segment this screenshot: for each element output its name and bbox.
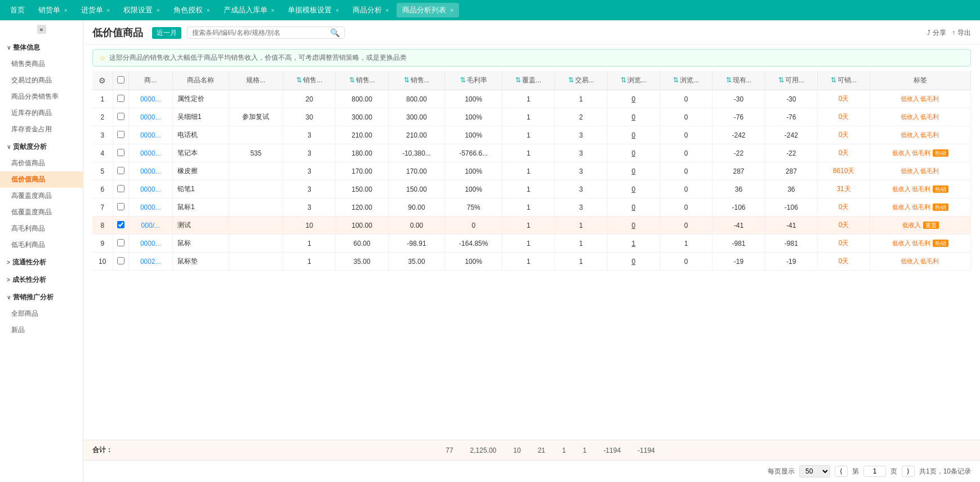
browse-count1[interactable]: 0 (607, 198, 660, 216)
row-checkbox[interactable] (113, 108, 128, 126)
search-input[interactable] (192, 29, 330, 37)
nav-item-首页[interactable]: 首页 (5, 3, 30, 17)
browse-count1[interactable]: 0 (607, 108, 660, 126)
browse-count1[interactable]: 0 (607, 216, 660, 235)
row-checkbox[interactable] (113, 198, 128, 216)
share-button[interactable]: ⤴ 分享 (927, 28, 946, 38)
nav-close-icon[interactable]: × (105, 7, 110, 14)
column-header-11[interactable]: ⇅浏览... (607, 71, 660, 90)
sidebar-item-高价值商品[interactable]: 高价值商品 (0, 155, 83, 171)
gear-icon[interactable]: ⚙ (99, 76, 106, 85)
product-name: 铅笔1 (173, 180, 229, 198)
sidebar-group-整体信息[interactable]: ∨整体信息 (0, 38, 83, 56)
collapse-btn[interactable]: « (37, 25, 46, 34)
nav-item-产成品入库单[interactable]: 产成品入库单 × (218, 3, 280, 17)
row-num: 6 (92, 180, 113, 198)
column-header-16[interactable]: 标签 (870, 71, 971, 90)
nav-close-icon[interactable]: × (205, 7, 210, 14)
page-first-btn[interactable]: ⟨ (835, 466, 848, 477)
nav-item-商品分析列表[interactable]: 商品分析列表 × (397, 3, 459, 17)
column-header-4[interactable]: 规格... (229, 71, 283, 90)
browse-count1[interactable]: 0 (607, 162, 660, 180)
stock-days: 0天 (817, 126, 870, 144)
select-all-checkbox[interactable] (117, 76, 124, 83)
nav-item-商品分析[interactable]: 商品分析 × (347, 3, 395, 17)
sidebar-group-成长性分析[interactable]: >成长性分析 (0, 271, 83, 288)
tag-label: 低毛利 (920, 167, 939, 174)
browse-count1[interactable]: 0 (607, 126, 660, 144)
trade-count: 3 (555, 144, 607, 162)
sidebar-group-贡献度分析[interactable]: ∨贡献度分析 (0, 138, 83, 155)
row-checkbox[interactable] (113, 144, 128, 162)
column-header-0[interactable]: ⚙ (92, 71, 113, 90)
product-name: 笔记本 (173, 144, 229, 162)
row-checkbox[interactable] (113, 90, 128, 108)
trade-count: 1 (555, 216, 607, 235)
nav-close-icon[interactable]: × (448, 7, 453, 14)
column-header-15[interactable]: ⇅可销... (817, 71, 870, 90)
tag-button[interactable]: 近一月 (152, 27, 181, 39)
column-header-8[interactable]: ⇅毛利率 (445, 71, 502, 90)
column-header-14[interactable]: ⇅可用... (765, 71, 817, 90)
row-checkbox[interactable] (113, 180, 128, 198)
column-header-13[interactable]: ⇅现有... (712, 71, 765, 90)
browse-count1[interactable]: 0 (607, 253, 660, 271)
export-button[interactable]: ↑ 导出 (952, 28, 971, 38)
column-header-6[interactable]: ⇅销售... (336, 71, 388, 90)
sidebar-item-低价值商品[interactable]: 低价值商品 (0, 171, 83, 188)
coverage: 1 (502, 198, 555, 216)
row-checkbox[interactable] (113, 235, 128, 253)
nav-close-icon[interactable]: × (384, 7, 389, 14)
nav-close-icon[interactable]: × (334, 7, 339, 14)
nav-item-单据模板设置[interactable]: 单据模板设置 × (282, 3, 345, 17)
notice-text: 这部分商品的销售收入大幅低于商品平均销售收入，价值不高，可考虑调整营销策略，或是… (109, 53, 407, 63)
column-header-12[interactable]: ⇅浏览... (660, 71, 712, 90)
row-checkbox[interactable] (113, 216, 128, 235)
sidebar-item-高毛利商品[interactable]: 高毛利商品 (0, 220, 83, 237)
sidebar-group-营销推广分析[interactable]: ∨营销推广分析 (0, 288, 83, 306)
nav-close-icon[interactable]: × (155, 7, 160, 14)
row-checkbox[interactable] (113, 126, 128, 144)
column-header-2[interactable]: 商... (128, 71, 173, 90)
browse-count1[interactable]: 0 (607, 144, 660, 162)
browse-count1[interactable]: 0 (607, 90, 660, 108)
page-number-input[interactable] (863, 466, 886, 477)
sidebar-item-低覆盖度商品[interactable]: 低覆盖度商品 (0, 204, 83, 220)
browse-count1[interactable]: 1 (607, 235, 660, 253)
sidebar-item-交易过的商品[interactable]: 交易过的商品 (0, 72, 83, 89)
nav-close-icon[interactable]: × (63, 7, 68, 14)
row-checkbox[interactable] (113, 162, 128, 180)
nav-item-角色授权[interactable]: 角色授权 × (168, 3, 216, 17)
row-num: 1 (92, 90, 113, 108)
sidebar-item-销售类商品[interactable]: 销售类商品 (0, 56, 83, 72)
column-header-7[interactable]: ⇅销售... (388, 71, 445, 90)
column-header-9[interactable]: ⇅覆盖... (502, 71, 555, 90)
sidebar-item-库存资金占用[interactable]: 库存资金占用 (0, 121, 83, 138)
row-checkbox[interactable] (113, 253, 128, 271)
page-next-btn[interactable]: ⟩ (902, 466, 915, 477)
notice-bar: ☆ 这部分商品的销售收入大幅低于商品平均销售收入，价值不高，可考虑调整营销策略，… (92, 49, 971, 67)
sidebar-item-高覆盖度商品[interactable]: 高覆盖度商品 (0, 188, 83, 204)
sidebar-item-商品分类销售率[interactable]: 商品分类销售率 (0, 89, 83, 105)
product-tags: 低收入低毛利 (870, 253, 971, 271)
sidebar-item-低毛利商品[interactable]: 低毛利商品 (0, 237, 83, 253)
tag-hot: 热销 (933, 240, 948, 247)
nav-item-权限设置[interactable]: 权限设置 × (118, 3, 166, 17)
nav-close-icon[interactable]: × (270, 7, 275, 14)
column-header-5[interactable]: ⇅销售... (283, 71, 336, 90)
column-header-10[interactable]: ⇅交易... (555, 71, 607, 90)
sidebar-item-近库存的商品[interactable]: 近库存的商品 (0, 105, 83, 121)
nav-item-进货单[interactable]: 进货单 × (75, 3, 116, 17)
sidebar-group-流通性分析[interactable]: >流通性分析 (0, 253, 83, 271)
column-header-3[interactable]: 商品名称 (173, 71, 229, 90)
gross-rate: -5766.6... (445, 144, 502, 162)
nav-item-销货单[interactable]: 销货单 × (33, 3, 73, 17)
sort-icon: ⇅ (831, 76, 836, 84)
column-header-1[interactable] (113, 71, 128, 90)
sidebar-item-新品[interactable]: 新品 (0, 322, 83, 338)
page-size-select[interactable]: 5020100 (799, 465, 830, 477)
browse-count1[interactable]: 0 (607, 180, 660, 198)
sidebar-item-全部商品[interactable]: 全部商品 (0, 306, 83, 322)
search-icon[interactable]: 🔍 (330, 28, 340, 37)
table-area: ⚙商...商品名称规格...⇅销售...⇅销售...⇅销售...⇅毛利率⇅覆盖.… (83, 71, 980, 440)
